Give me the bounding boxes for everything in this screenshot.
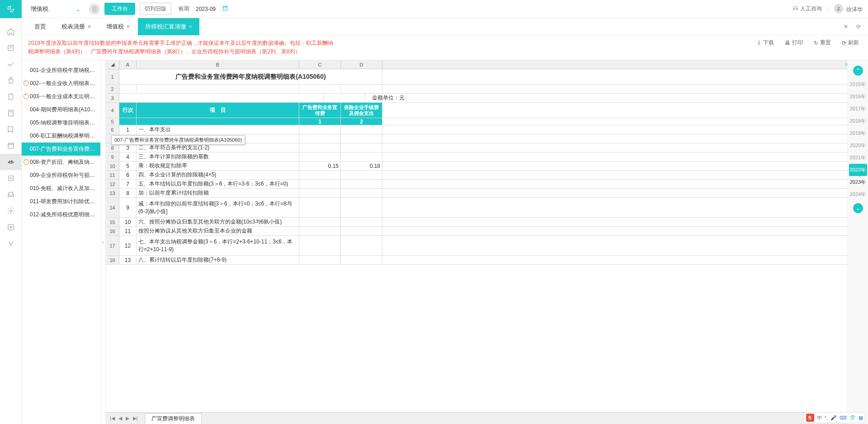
row-header[interactable]: 15	[106, 218, 119, 226]
nav-calendar-icon[interactable]	[0, 138, 22, 154]
item-cell[interactable]: 八、累计结转以后年度扣除额(7+8-9)	[137, 256, 299, 264]
item-cell[interactable]: 加：以前年度累计结转扣除额	[137, 189, 299, 197]
close-icon[interactable]: ×	[189, 24, 192, 30]
value-cell[interactable]	[299, 227, 341, 235]
value-cell[interactable]	[299, 171, 341, 179]
nav-clipboard-icon[interactable]	[0, 89, 22, 105]
item-cell[interactable]: 六、按照分摊协议归集至其他关联方的金额(10≤3与6孰小值)	[137, 218, 299, 226]
item-cell[interactable]: 按照分摊协议从其他关联方归集至本企业的金额	[137, 227, 299, 235]
support-link[interactable]: 人工咨询	[793, 5, 821, 13]
download-button[interactable]: ⇩ 下载	[757, 39, 774, 47]
value-cell[interactable]	[299, 180, 341, 188]
row-header[interactable]: 16	[106, 227, 119, 235]
list-item[interactable]: 001-企业所得税年度纳税申...	[22, 64, 100, 77]
sheet-tab[interactable]: 广宣费调整明细表	[145, 413, 202, 424]
year-button[interactable]: 2022年	[849, 164, 867, 176]
nav-v-icon[interactable]	[0, 235, 22, 252]
row-header[interactable]: 5	[106, 118, 119, 125]
value-cell[interactable]	[299, 218, 341, 226]
switch-old-button[interactable]: 切到旧版	[140, 3, 171, 15]
tab-vat[interactable]: 增值税×	[99, 18, 137, 35]
tab-home[interactable]: 首页	[27, 18, 53, 35]
user-menu[interactable]: 徐泽华	[834, 4, 863, 14]
value-cell[interactable]	[299, 143, 341, 152]
row-header[interactable]: 6	[106, 125, 119, 134]
nav-bag-icon[interactable]	[0, 72, 22, 89]
refresh-button[interactable]: ⟳ 刷新	[842, 39, 859, 47]
col-header-b[interactable]: B	[137, 60, 299, 69]
list-item[interactable]: 006-职工薪酬纳税调整明细...	[22, 129, 100, 143]
sheet-prev-icon[interactable]: ◀	[117, 415, 123, 421]
row-header[interactable]: 4	[106, 103, 119, 118]
ime-logo-icon[interactable]: S	[806, 414, 814, 422]
nav-bowl-icon[interactable]	[0, 154, 22, 170]
nav-home-icon[interactable]	[0, 24, 22, 40]
value-cell[interactable]	[299, 256, 341, 264]
list-item[interactable]: 011-研发费用加计扣除优惠...	[22, 195, 100, 208]
list-item[interactable]: 012-减免所得税优惠明细表(...	[22, 208, 100, 221]
value-cell[interactable]	[341, 189, 382, 197]
seq-cell[interactable]: 11	[119, 227, 137, 235]
item-cell[interactable]: 五、本年结转以后年度扣除额(3＞6，本行=3-6；3≤6，本行=0)	[137, 180, 299, 188]
ime-skin-icon[interactable]: 👕	[849, 415, 856, 421]
tab-tax-list[interactable]: 税表清册×	[54, 18, 98, 35]
value-cell[interactable]	[341, 180, 382, 188]
workbench-button[interactable]: 工作台	[104, 3, 135, 15]
ime-keyboard-icon[interactable]: ⌨	[840, 415, 847, 421]
year-button[interactable]: 2016年	[849, 91, 867, 103]
value-cell[interactable]	[299, 198, 341, 217]
value-cell[interactable]	[341, 171, 382, 179]
nav-gear-icon[interactable]	[0, 203, 22, 219]
value-cell[interactable]	[341, 134, 382, 143]
seq-cell[interactable]: 12	[119, 236, 137, 255]
item-cell[interactable]: 一、本年支出	[137, 125, 299, 134]
nav-calc-icon[interactable]	[0, 105, 22, 121]
select-all-cell[interactable]: ◢	[106, 60, 119, 69]
value-cell[interactable]	[341, 236, 382, 255]
print-button[interactable]: 🖶 打印	[785, 39, 803, 47]
value-cell[interactable]	[341, 198, 382, 217]
year-button[interactable]: 2019年	[849, 127, 867, 139]
ime-menu-icon[interactable]: ▦	[859, 415, 863, 421]
close-icon[interactable]: ×	[127, 24, 130, 30]
row-header[interactable]: 2	[106, 85, 119, 93]
calendar-icon[interactable]	[222, 5, 228, 13]
list-item[interactable]: 003-一般企业成本支出明细...	[22, 90, 100, 103]
ime-lang[interactable]: 中	[817, 414, 822, 421]
nav-box-icon[interactable]	[0, 170, 22, 186]
col-header-d[interactable]: D	[341, 60, 382, 69]
year-button[interactable]: 2020年	[849, 139, 867, 152]
row-header[interactable]: 3	[106, 94, 119, 102]
value-cell[interactable]	[299, 152, 341, 161]
collapse-handle[interactable]: ‹	[100, 60, 106, 424]
item-cell[interactable]: 七、本年支出纳税调整金额(3＞6，本行=2+3-6+10-11；3≤6，本行=2…	[137, 236, 299, 255]
nav-chart-icon[interactable]	[0, 56, 22, 72]
period-value[interactable]: 2023-09	[196, 6, 216, 12]
row-header[interactable]: 1	[106, 69, 119, 84]
value-cell[interactable]	[341, 227, 382, 235]
nav-tag-icon[interactable]	[0, 121, 22, 138]
ime-punct-icon[interactable]: °,	[825, 415, 828, 420]
seq-cell[interactable]: 4	[119, 152, 137, 161]
reset-button[interactable]: ↻ 重置	[814, 39, 831, 47]
item-cell[interactable]: 三、本年计算扣除限额的基数	[137, 152, 299, 161]
row-header[interactable]: 11	[106, 171, 119, 179]
row-header[interactable]: 18	[106, 256, 119, 264]
row-header[interactable]: 13	[106, 189, 119, 197]
list-item[interactable]: 010-免税、减计收入及加计...	[22, 182, 100, 195]
value-cell[interactable]	[299, 125, 341, 134]
row-header[interactable]: 9	[106, 152, 119, 161]
list-item[interactable]: 004-期间费用明细表(A1040...	[22, 103, 100, 116]
value-cell[interactable]: 0.18	[341, 162, 382, 170]
tab-income-tax[interactable]: 所得税汇算清缴×	[138, 18, 199, 35]
close-icon[interactable]: ×	[88, 24, 91, 30]
seq-cell[interactable]: 9	[119, 198, 137, 217]
value-cell[interactable]	[341, 125, 382, 134]
year-button[interactable]: 2018年	[849, 115, 867, 127]
sheet-first-icon[interactable]: |◀	[108, 415, 116, 421]
close-all-icon[interactable]: ✕	[842, 22, 850, 32]
row-header[interactable]: 17	[106, 236, 119, 255]
value-cell[interactable]	[299, 189, 341, 197]
col-header-c[interactable]: C	[299, 60, 341, 69]
horizontal-scrollbar[interactable]	[215, 415, 847, 422]
